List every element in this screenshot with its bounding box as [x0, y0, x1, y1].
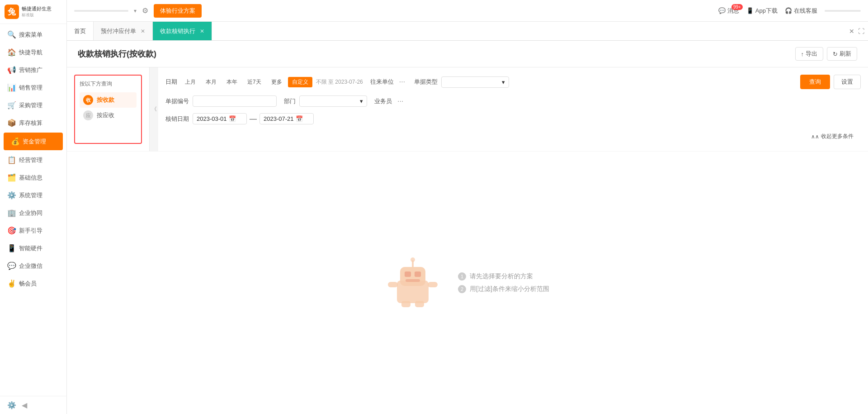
date-btn-7days[interactable]: 近7天 [243, 77, 265, 87]
app-icon: 📱 [746, 7, 754, 14]
bill-type-chevron-icon: ▾ [502, 79, 505, 86]
topbar-right: 💬 消息 99+ 📱 App下载 🎧 在线客服 [718, 7, 861, 15]
sidebar-item-sales[interactable]: 📊 销售管理 [0, 79, 66, 96]
sidebar-item-search[interactable]: 🔍 搜索菜单 [0, 26, 66, 43]
filter-by-receivable[interactable]: 应 按应收 [80, 108, 137, 123]
dept-select[interactable]: ▾ [299, 95, 367, 107]
sidebar-item-wechat[interactable]: 💬 企业微信 [0, 257, 66, 275]
sidebar-item-label-operation: 经营管理 [19, 156, 42, 164]
bill-no-filter-group: 单据编号 [165, 95, 277, 107]
partner-filter-group: 往来单位 ··· [370, 78, 407, 86]
filter-row-2: 单据编号 部门 ▾ 业务员 ··· [165, 95, 861, 107]
export-button[interactable]: ↑ 导出 [795, 47, 824, 61]
empty-tips: 1 请先选择要分析的方案 2 用[过滤]条件来缩小分析范围 [458, 272, 549, 293]
tab-collection[interactable]: 收款核销执行 ✕ [153, 22, 212, 40]
receivable-icon: 应 [83, 110, 93, 120]
topbar-brand [74, 10, 128, 12]
sidebar-item-purchase[interactable]: 🛒 采购管理 [0, 96, 66, 114]
sidebar-item-label-basic: 基础信息 [19, 174, 42, 182]
sidebar-item-finance[interactable]: 💰 资金管理 [4, 133, 63, 150]
topbar: ▾ ⚙ 体验行业方案 💬 消息 99+ 📱 App下载 🎧 在线客服 [67, 0, 868, 22]
svg-rect-8 [415, 301, 424, 307]
date-btn-last-month[interactable]: 上月 [181, 77, 200, 87]
dept-label: 部门 [284, 97, 296, 105]
collapse-more-button[interactable]: ∧∧ 收起更多条件 [811, 133, 854, 140]
date-btn-custom[interactable]: 自定义 [288, 77, 312, 87]
page-title: 收款核销执行(按收款) [78, 48, 156, 66]
sidebar-item-label-finance: 资金管理 [23, 138, 46, 146]
message-button[interactable]: 💬 消息 99+ [718, 7, 739, 15]
panel-label: 按以下方查询 [80, 80, 137, 88]
svg-rect-4 [406, 279, 420, 282]
solution-button[interactable]: 体验行业方案 [154, 4, 202, 18]
app-label: App下载 [755, 7, 778, 15]
tab-prepay[interactable]: 预付冲应付单 ✕ [94, 22, 153, 40]
sidebar-item-guide[interactable]: 🎯 新手引导 [0, 222, 66, 239]
finance-icon: 💰 [11, 137, 19, 146]
sidebar-item-basic[interactable]: 🗂️ 基础信息 [0, 169, 66, 186]
action-buttons: 查询 设置 [800, 75, 861, 89]
bill-no-input[interactable] [193, 95, 277, 107]
close-all-tabs-icon[interactable]: ✕ [849, 28, 854, 35]
receipt-label: 按收款 [97, 96, 114, 104]
sidebar-item-inventory[interactable]: 📦 库存核算 [0, 114, 66, 132]
date-btn-more[interactable]: 更多 [267, 77, 286, 87]
export-icon: ↑ [801, 51, 804, 57]
sidebar-item-label-shortcut: 快捷导航 [19, 48, 42, 57]
partner-selector[interactable]: ··· [397, 78, 407, 86]
topbar-gear-icon[interactable]: ⚙ [142, 6, 148, 15]
svg-rect-6 [428, 282, 438, 287]
maximize-icon[interactable]: ⛶ [858, 28, 864, 35]
sidebar-item-label-hardware: 智能硬件 [19, 244, 42, 252]
verify-date-start-input[interactable]: 2023-03-01 📅 [193, 113, 247, 124]
guide-icon: 🎯 [7, 226, 15, 235]
sidebar-item-label-member: 畅会员 [19, 280, 37, 288]
shortcut-icon: 🏠 [7, 48, 15, 57]
user-avatar[interactable] [825, 10, 861, 12]
tab-home-label: 首页 [74, 27, 86, 35]
purchase-icon: 🛒 [7, 101, 15, 109]
wechat-icon: 💬 [7, 262, 15, 270]
staff-label: 业务员 [374, 97, 392, 105]
inventory-icon: 📦 [7, 119, 15, 127]
svg-rect-3 [415, 271, 421, 277]
page-actions: ↑ 导出 ↻ 刷新 [795, 47, 858, 67]
sidebar-item-member[interactable]: ✌️ 畅会员 [0, 275, 66, 292]
topbar-chevron-icon[interactable]: ▾ [134, 8, 137, 14]
message-icon: 💬 [718, 7, 726, 14]
date-btn-this-year[interactable]: 本年 [222, 77, 241, 87]
logo-icon: 兔 [5, 5, 19, 19]
svg-rect-7 [401, 301, 410, 307]
query-button[interactable]: 查询 [800, 75, 830, 89]
tip-num-2: 2 [458, 285, 466, 293]
bill-type-select[interactable]: ▾ [441, 76, 509, 88]
svg-rect-1 [400, 267, 425, 286]
system-icon: ⚙️ [7, 191, 15, 200]
setting-button[interactable]: 设置 [834, 75, 861, 89]
tabbar-actions: ✕ ⛶ [845, 22, 868, 40]
verify-date-end-input[interactable]: 2023-07-21 📅 [259, 113, 314, 124]
sidebar-item-marketing[interactable]: 📢 营销推广 [0, 61, 66, 79]
date-btn-this-month[interactable]: 本月 [202, 77, 221, 87]
filter-row-3: 核销日期 2023-03-01 📅 — 2023-07-21 📅 [165, 113, 861, 124]
filter-by-receipt[interactable]: 收 按收款 [80, 92, 137, 108]
tab-home[interactable]: 首页 [67, 22, 94, 40]
tab-prepay-close-icon[interactable]: ✕ [141, 28, 145, 34]
tab-collection-close-icon[interactable]: ✕ [200, 28, 204, 34]
sidebar-item-hardware[interactable]: 📱 智能硬件 [0, 239, 66, 257]
sidebar-item-operation[interactable]: 📋 经营管理 [0, 151, 66, 169]
online-service-button[interactable]: 🎧 在线客服 [785, 7, 817, 15]
sidebar-item-label-system: 系统管理 [19, 191, 42, 200]
settings-bottom-icon[interactable]: ⚙️ [7, 401, 16, 409]
sidebar-item-system[interactable]: ⚙️ 系统管理 [0, 186, 66, 204]
refresh-button[interactable]: ↻ 刷新 [827, 47, 857, 61]
panel-collapse-button[interactable]: 《 [149, 67, 158, 151]
staff-selector[interactable]: ··· [396, 97, 405, 105]
sidebar-item-enterprise[interactable]: 🏢 企业协同 [0, 204, 66, 222]
hardware-icon: 📱 [7, 244, 15, 252]
sidebar-item-shortcut[interactable]: 🏠 快捷导航 [0, 43, 66, 61]
refresh-label: 刷新 [840, 50, 851, 58]
collapse-sidebar-icon[interactable]: ◀ [22, 401, 27, 409]
app-download-button[interactable]: 📱 App下载 [746, 7, 778, 15]
logo-text: 畅捷通好生意 [22, 5, 52, 12]
